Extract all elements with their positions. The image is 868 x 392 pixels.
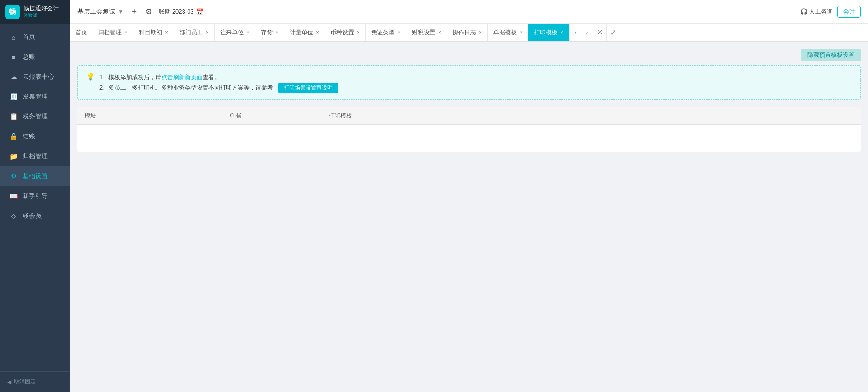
tab-subject-label: 科目期初 (139, 28, 162, 37)
bulb-icon: 💡 (86, 72, 95, 81)
sidebar-label-settings: 基础设置 (23, 172, 48, 180)
tab-department[interactable]: 部门员工 × (174, 24, 215, 41)
tab-oplog-label: 操作日志 (453, 28, 476, 37)
guide-icon: 📖 (9, 192, 18, 201)
tab-print-template[interactable]: 打印模板 × (528, 24, 569, 41)
content-area: 隐藏预置模板设置 💡 1、模板添加成功后，请点击刷新新页面查看。 2、多员工、多… (70, 42, 868, 392)
tab-measure[interactable]: 计量单位 × (284, 24, 325, 41)
tab-tax-settings-label: 财税设置 (412, 28, 435, 37)
tab-single-template-label: 单据模板 (493, 28, 517, 37)
tab-contacts[interactable]: 往来单位 × (215, 24, 255, 41)
company-selector[interactable]: 基层工会测试 ▼ (77, 8, 123, 16)
tab-archive[interactable]: 归档管理 × (93, 24, 133, 41)
sidebar-label-reports: 云报表中心 (23, 73, 54, 81)
tab-tax-settings-close[interactable]: × (438, 29, 441, 36)
sidebar-unpin-button[interactable]: ◀ 取消固定 (0, 371, 70, 392)
add-tab-button[interactable]: ＋ (129, 6, 140, 17)
banner-text: 1、模板添加成功后，请点击刷新新页面查看。 2、多员工、多打印机、多种业务类型设… (99, 72, 338, 93)
sidebar-label-vip: 畅会员 (23, 212, 42, 220)
company-dropdown-icon: ▼ (118, 9, 123, 15)
column-header-template: 打印模板 (321, 107, 861, 124)
sidebar-item-reports[interactable]: ☁ 云报表中心 (0, 67, 70, 87)
tab-inventory-label: 存货 (261, 28, 273, 37)
tab-single-template[interactable]: 单据模板 × (488, 24, 528, 41)
tab-home-label: 首页 (75, 28, 87, 37)
sidebar-item-vip[interactable]: ◇ 畅会员 (0, 206, 70, 226)
tab-oplog-close[interactable]: × (479, 29, 482, 36)
tab-oplog[interactable]: 操作日志 × (447, 24, 488, 41)
period-value: 2023-03 (172, 8, 194, 15)
tab-subject-close[interactable]: × (165, 29, 168, 36)
tax-icon: 📋 (9, 112, 18, 121)
sidebar: 畅 畅捷通好会计 体验版 ⌂ 首页 ≡ 总账 ☁ 云报表中心 🧾 发票管理 📋 … (0, 0, 70, 392)
ledger-icon: ≡ (9, 52, 18, 61)
archive-icon: 📁 (9, 152, 18, 161)
tab-subject[interactable]: 科目期初 × (133, 24, 174, 41)
kuaiji-button[interactable]: 会计 (837, 6, 861, 18)
sidebar-item-invoice[interactable]: 🧾 发票管理 (0, 87, 70, 107)
tab-measure-close[interactable]: × (316, 29, 319, 36)
settings-icon: ⚙ (9, 172, 18, 181)
sidebar-item-tax[interactable]: 📋 税务管理 (0, 107, 70, 127)
sidebar-label-closing: 结账 (23, 132, 35, 141)
tab-archive-label: 归档管理 (98, 28, 122, 37)
closing-icon: 🔒 (9, 132, 18, 141)
hide-settings-row: 隐藏预置模板设置 (77, 49, 861, 61)
period-display: 账期 2023-03 📅 (159, 8, 203, 16)
tab-home[interactable]: 首页 (70, 24, 93, 41)
support-button[interactable]: 🎧 人工咨询 (800, 8, 833, 16)
tab-department-close[interactable]: × (206, 29, 209, 36)
table-header: 模块 单据 打印模板 (77, 107, 861, 125)
print-scene-button[interactable]: 打印场景设置宣说明 (278, 83, 338, 93)
sidebar-nav: ⌂ 首页 ≡ 总账 ☁ 云报表中心 🧾 发票管理 📋 税务管理 🔒 结账 📁 归… (0, 24, 70, 371)
banner-line1-suffix: 查看。 (203, 74, 220, 80)
tab-print-template-close[interactable]: × (560, 29, 563, 36)
tab-single-template-close[interactable]: × (519, 29, 523, 36)
hide-preset-settings-button[interactable]: 隐藏预置模板设置 (801, 49, 861, 61)
topbar-actions: ＋ ⚙ (129, 6, 154, 17)
sidebar-label-invoice: 发票管理 (23, 93, 48, 101)
main-area: 基层工会测试 ▼ ＋ ⚙ 账期 2023-03 📅 🎧 人工咨询 会计 首页 归… (70, 0, 868, 392)
tab-currency-label: 币种设置 (330, 28, 354, 37)
settings-button[interactable]: ⚙ (143, 6, 154, 17)
sidebar-label-tax: 税务管理 (23, 113, 48, 121)
close-all-tabs-button[interactable]: ✕ (593, 24, 606, 42)
tab-contacts-close[interactable]: × (246, 29, 250, 36)
calendar-icon[interactable]: 📅 (196, 8, 203, 15)
tab-archive-close[interactable]: × (124, 29, 127, 36)
tab-prev-button[interactable]: ‹ (569, 24, 581, 42)
tab-tax-settings[interactable]: 财税设置 × (406, 24, 447, 41)
app-logo-icon: 畅 (5, 5, 20, 19)
tab-voucher-close[interactable]: × (397, 29, 401, 36)
sidebar-item-ledger[interactable]: ≡ 总账 (0, 47, 70, 67)
vip-icon: ◇ (9, 212, 18, 221)
sidebar-item-settings[interactable]: ⚙ 基础设置 (0, 166, 70, 186)
tab-inventory[interactable]: 存货 × (255, 24, 284, 41)
sidebar-item-guide[interactable]: 📖 新手引导 (0, 186, 70, 206)
tab-print-template-label: 打印模板 (534, 28, 557, 37)
sidebar-item-closing[interactable]: 🔒 结账 (0, 127, 70, 146)
tab-voucher[interactable]: 凭证类型 × (366, 24, 406, 41)
unpin-icon: ◀ (7, 379, 11, 385)
tab-voucher-label: 凭证类型 (371, 28, 395, 37)
expand-button[interactable]: ⤢ (606, 24, 620, 42)
support-label: 人工咨询 (809, 8, 833, 16)
tab-currency-close[interactable]: × (357, 29, 360, 36)
unpin-label: 取消固定 (14, 378, 36, 386)
print-template-table: 模块 单据 打印模板 (77, 107, 861, 152)
home-icon: ⌂ (9, 33, 18, 42)
tab-contacts-label: 往来单位 (220, 28, 244, 37)
sidebar-label-home: 首页 (23, 33, 35, 41)
tab-next-button[interactable]: › (581, 24, 593, 42)
info-banner: 💡 1、模板添加成功后，请点击刷新新页面查看。 2、多员工、多打印机、多种业务类… (77, 65, 861, 100)
sidebar-label-archive: 归档管理 (23, 152, 48, 161)
sidebar-item-archive[interactable]: 📁 归档管理 (0, 146, 70, 166)
sidebar-logo: 畅 畅捷通好会计 体验版 (0, 0, 70, 24)
tab-currency[interactable]: 币种设置 × (325, 24, 366, 41)
tab-inventory-close[interactable]: × (275, 29, 278, 36)
app-subtitle: 体验版 (24, 12, 59, 19)
column-header-doc: 单据 (222, 107, 321, 124)
banner-line1: 1、模板添加成功后，请点击刷新新页面查看。 (99, 72, 338, 82)
banner-refresh-link[interactable]: 点击刷新新页面 (161, 74, 203, 80)
sidebar-item-home[interactable]: ⌂ 首页 (0, 27, 70, 47)
